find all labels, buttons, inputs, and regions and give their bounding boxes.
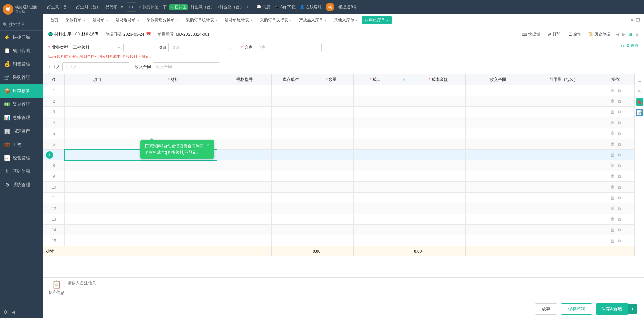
delete-row-icon[interactable]: 🗑 bbox=[610, 109, 615, 115]
delete-row-icon[interactable]: 🗑 bbox=[610, 130, 615, 137]
row-contract-1[interactable] bbox=[466, 85, 531, 96]
copy-row-icon[interactable]: ⧉ bbox=[617, 141, 621, 148]
close-material-out[interactable]: × bbox=[386, 18, 388, 22]
tab-restore-window[interactable]: ❐ bbox=[636, 18, 640, 23]
nav-next-icon[interactable]: ▶ bbox=[622, 32, 625, 37]
copy-row-icon[interactable]: ⧉ bbox=[617, 162, 621, 169]
close-other-in[interactable]: × bbox=[356, 18, 358, 22]
row-qty-1[interactable] bbox=[310, 85, 353, 96]
copy-row-icon[interactable]: ⧉ bbox=[617, 109, 621, 115]
project-input[interactable]: 项目 … bbox=[168, 43, 235, 52]
calendar-icon[interactable]: 📅 bbox=[146, 32, 151, 37]
delete-row-1-icon[interactable]: 🗑 bbox=[610, 87, 615, 94]
row-material-1[interactable] bbox=[130, 85, 217, 96]
warehouse-ellipsis-btn[interactable]: … bbox=[315, 46, 319, 50]
copy-row-1-icon[interactable]: ⧉ bbox=[617, 87, 621, 94]
copy-row-icon[interactable]: ⧉ bbox=[617, 237, 621, 244]
sidebar-item-finance[interactable]: 💵 资金管理 bbox=[0, 98, 43, 111]
close-purchase-return[interactable]: × bbox=[137, 18, 139, 22]
view-grid-icon[interactable]: ⊞ bbox=[629, 32, 632, 37]
sidebar-item-management[interactable]: 📈 经营管理 bbox=[0, 151, 43, 165]
delete-row-icon[interactable]: 🗑 bbox=[610, 216, 615, 222]
warehouse-input[interactable]: 仓库 … bbox=[255, 43, 322, 52]
copy-row-icon[interactable]: ⧉ bbox=[617, 130, 621, 137]
delete-row-icon[interactable]: 🗑 bbox=[610, 141, 615, 147]
copy-row-icon[interactable]: ⧉ bbox=[617, 98, 621, 105]
row-project-1[interactable] bbox=[65, 85, 130, 96]
tab-purchase-order[interactable]: 采购订单 × bbox=[62, 16, 89, 24]
close-purchase-in[interactable]: × bbox=[106, 18, 108, 22]
sidebar-item-purchase[interactable]: 🛒 采购管理 bbox=[0, 71, 43, 84]
copy-row-icon[interactable]: ⧉ bbox=[617, 184, 621, 191]
right-note-icon[interactable]: 📝 bbox=[636, 109, 643, 116]
top-link-dropdown[interactable]: ▼ bbox=[120, 5, 124, 9]
sidebar-item-assets[interactable]: 🏢 固定资产 bbox=[0, 124, 43, 138]
top-link-sy2[interactable]: 好生意（首） bbox=[191, 4, 215, 10]
copy-row-icon[interactable]: ⧉ bbox=[617, 119, 621, 126]
radio-material-out-input[interactable] bbox=[48, 32, 53, 36]
right-list-icon[interactable]: ≡ bbox=[636, 77, 643, 84]
row-cost-amt-1[interactable] bbox=[411, 85, 466, 96]
row-spec-1[interactable] bbox=[217, 85, 271, 96]
sidebar-item-sales[interactable]: 💰 销售管理 bbox=[0, 57, 43, 71]
sidebar-item-system[interactable]: ⚙ 系统管理 bbox=[0, 178, 43, 192]
tab-close-window[interactable]: ✕ bbox=[630, 18, 634, 23]
delete-row-icon[interactable]: 🗑 bbox=[610, 162, 615, 169]
popover-close-btn[interactable]: × bbox=[207, 143, 209, 148]
user-avatar[interactable]: 畅 bbox=[326, 3, 334, 11]
copy-row-icon[interactable]: ⧉ bbox=[617, 173, 621, 180]
copy-row-icon[interactable]: ⧉ bbox=[617, 205, 621, 212]
handler-ellipsis-btn[interactable]: … bbox=[123, 65, 126, 69]
delete-row-icon[interactable]: 🗑 bbox=[610, 205, 615, 212]
sidebar-item-basic[interactable]: ℹ 基础信息 bbox=[0, 165, 43, 178]
copy-row-icon[interactable]: ⧉ bbox=[617, 152, 621, 158]
tab-other-in[interactable]: 其他入库单 × bbox=[331, 16, 361, 24]
close-purchase-order[interactable]: × bbox=[83, 18, 85, 22]
settings-btn[interactable]: ⚙ ⚙ 设置 bbox=[621, 43, 639, 49]
copy-row-icon[interactable]: ⧉ bbox=[617, 195, 621, 201]
delete-row-icon[interactable]: 🗑 bbox=[610, 119, 615, 126]
tab-purchase-stat[interactable]: 采购订单统计表 × bbox=[182, 16, 221, 24]
tab-purchase-in[interactable]: 进货单 × bbox=[89, 16, 111, 24]
tab-product-in[interactable]: 产成品入库单 × bbox=[296, 16, 330, 24]
tab-purchase-return[interactable]: 进货退货单 × bbox=[112, 16, 143, 24]
top-link-more[interactable]: +… bbox=[247, 5, 253, 9]
remarks-input[interactable] bbox=[68, 280, 639, 293]
message-link[interactable]: 💬 消息 bbox=[256, 4, 270, 10]
project-ellipsis-btn[interactable]: … bbox=[229, 46, 232, 50]
top-link-1[interactable]: 好生意（首） bbox=[47, 4, 71, 10]
close-purchase-stat[interactable]: × bbox=[215, 18, 217, 22]
tab-material-out[interactable]: 材料出库单 × bbox=[362, 16, 392, 24]
income-contract-ellipsis-btn[interactable]: … bbox=[213, 65, 217, 69]
delete-row-icon[interactable]: 🗑 bbox=[610, 98, 615, 104]
app-download-link[interactable]: 📱 App下载 bbox=[274, 4, 296, 10]
radio-material-return[interactable]: 材料退库 bbox=[75, 31, 99, 37]
view-list-icon[interactable]: ⊟ bbox=[635, 32, 639, 37]
sidebar-item-nav[interactable]: ⚡ 快捷导航 bbox=[0, 31, 43, 44]
radio-material-out[interactable]: 材料出库 bbox=[48, 31, 71, 37]
close-purchase-in-stat[interactable]: × bbox=[250, 18, 252, 22]
close-purchase-exec[interactable]: × bbox=[289, 18, 291, 22]
delete-row-icon[interactable]: 🗑 bbox=[610, 227, 615, 233]
online-service-link[interactable]: 👤 在线客服 bbox=[300, 4, 322, 10]
delete-row-icon[interactable]: 🗑 bbox=[610, 152, 615, 158]
business-type-input[interactable]: 工程领料 ▼ bbox=[70, 43, 124, 52]
sidebar-item-search[interactable]: 🔍 搜索菜单 bbox=[0, 19, 43, 31]
income-contract-input[interactable]: 收入合同 … bbox=[153, 62, 220, 71]
save-draft-button[interactable]: 保存草稿 bbox=[561, 303, 592, 315]
delete-row-icon[interactable]: 🗑 bbox=[610, 173, 615, 179]
top-link-3[interactable]: +易代账 bbox=[103, 4, 117, 10]
delete-row-icon[interactable]: 🗑 bbox=[610, 237, 615, 244]
add-row-button[interactable]: + bbox=[46, 151, 53, 159]
tab-purchase-in-stat[interactable]: 进货单统计表 × bbox=[221, 16, 256, 24]
discard-button[interactable]: 放弃 bbox=[535, 303, 557, 315]
tab-home[interactable]: 首页 bbox=[47, 16, 62, 24]
save-new-dropdown-btn[interactable]: ▲ bbox=[628, 304, 637, 314]
history-btn[interactable]: 📜 历史单据 bbox=[586, 30, 612, 38]
operations-btn[interactable]: ☰ 操作 bbox=[566, 30, 583, 38]
right-bookmark-icon[interactable]: 🔖 bbox=[636, 98, 643, 106]
collapse-icon[interactable]: ◀ bbox=[12, 309, 15, 315]
sidebar-item-salary[interactable]: 💼 工资 bbox=[0, 138, 43, 151]
close-product-in[interactable]: × bbox=[324, 18, 326, 22]
settings-icon[interactable]: ⚙ bbox=[3, 309, 8, 315]
